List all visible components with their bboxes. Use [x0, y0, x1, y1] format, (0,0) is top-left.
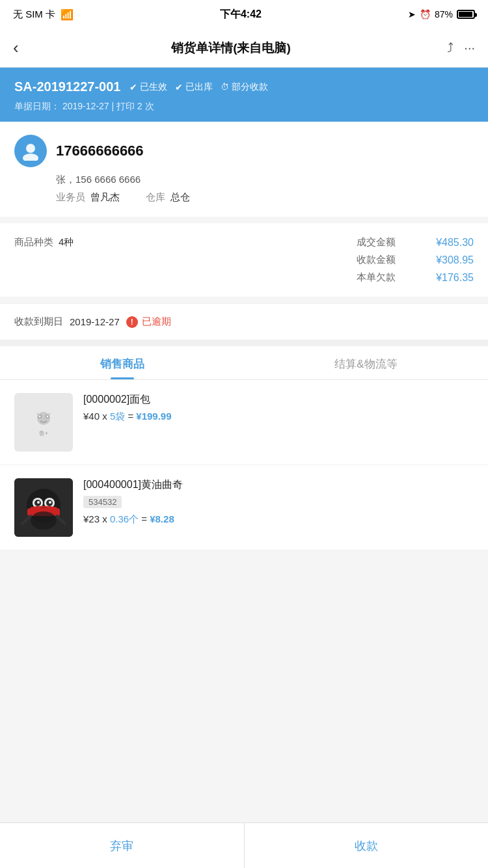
tab-sales-products[interactable]: 销售商品: [0, 346, 244, 379]
price-qty-1: 5袋: [110, 411, 125, 422]
badge-partial-text: 部分收款: [232, 81, 268, 93]
avatar: [14, 135, 47, 167]
check-icon-2: ✔: [175, 82, 183, 92]
svg-point-15: [49, 501, 51, 504]
owed-label: 本单欠款: [357, 271, 396, 284]
order-header: SA-20191227-001 ✔ 已生效 ✔ 已出库 ⏱ 部分收款 单据日期：…: [0, 68, 488, 122]
receive-payment-button[interactable]: 收款: [245, 823, 489, 868]
customer-details: 业务员 曾凡杰 仓库 总仓: [14, 191, 474, 204]
product-thumbnail-2: [14, 478, 73, 537]
deal-amount-row: 成交金额 ¥485.30: [357, 236, 474, 249]
svg-text:鲁+: 鲁+: [39, 430, 48, 437]
price-eq-2: =: [141, 513, 150, 524]
sales-detail: 业务员 曾凡杰: [56, 191, 120, 204]
types-value: 4种: [59, 236, 74, 249]
product-types-row: 商品种类 4种: [14, 236, 74, 249]
meta-separator: |: [111, 101, 116, 111]
tab-sales-label: 销售商品: [100, 358, 144, 370]
nav-actions: ⤴ ···: [423, 40, 475, 55]
bottom-bar: 弃审 收款: [0, 822, 488, 868]
clock-icon: ⏱: [221, 82, 229, 92]
overdue-date: 2019-12-27: [70, 316, 120, 327]
customer-section: 17666666666 张，156 6666 6666 业务员 曾凡杰 仓库 总…: [0, 122, 488, 217]
products-list: 鲁+ [0000002]面包 ¥40 x 5袋 = ¥199.99: [0, 380, 488, 550]
price-total-2: ¥8.28: [150, 513, 174, 524]
battery-text: 87%: [435, 9, 453, 20]
price-total-1: ¥199.99: [136, 411, 171, 422]
product-item: 鲁+ [0000002]面包 ¥40 x 5袋 = ¥199.99: [0, 380, 488, 465]
status-right: ➤ ⏰ 87%: [408, 9, 475, 20]
tab-settlement-label: 结算&物流等: [334, 358, 397, 370]
badge-shipped-text: 已出库: [185, 81, 213, 93]
types-label: 商品种类: [14, 236, 53, 249]
order-id: SA-20191227-001: [14, 79, 120, 94]
warehouse-label: 仓库: [146, 191, 165, 204]
svg-point-1: [23, 154, 38, 161]
summary-section: 商品种类 4种 成交金额 ¥485.30 收款金额 ¥308.95 本单欠款 ¥…: [0, 223, 488, 297]
badge-activated-text: 已生效: [140, 81, 167, 93]
svg-point-0: [26, 144, 35, 153]
location-icon: ➤: [408, 9, 416, 20]
cancel-review-label: 弃审: [110, 838, 133, 854]
product-tag-2: 534532: [83, 496, 122, 508]
summary-right: 成交金额 ¥485.30 收款金额 ¥308.95 本单欠款 ¥176.35: [357, 236, 474, 284]
product-thumbnail-1: 鲁+: [14, 393, 73, 452]
customer-top: 17666666666: [14, 135, 474, 167]
bottom-spacer: [0, 550, 488, 603]
customer-name: 张，156 6666 6666: [14, 174, 474, 186]
svg-point-17: [31, 511, 57, 530]
received-amount-row: 收款金额 ¥308.95: [357, 254, 474, 266]
product-item-2: [000400001]黄油曲奇 534532 ¥23 x 0.36个 = ¥8.…: [0, 465, 488, 550]
received-value: ¥308.95: [415, 254, 474, 266]
meta-date-label: 单据日期：: [14, 101, 60, 111]
product-info-2: [000400001]黄油曲奇 534532 ¥23 x 0.36个 = ¥8.…: [83, 478, 474, 526]
order-badges: ✔ 已生效 ✔ 已出库 ⏱ 部分收款: [129, 81, 268, 93]
svg-point-2: [37, 412, 50, 425]
warehouse-detail: 仓库 总仓: [146, 191, 190, 204]
badge-shipped: ✔ 已出库: [175, 81, 213, 93]
product-name-1: [0000002]面包: [83, 393, 474, 407]
cancel-review-button[interactable]: 弃审: [0, 823, 245, 868]
more-icon[interactable]: ···: [464, 40, 475, 55]
check-icon-1: ✔: [129, 82, 137, 92]
page-title: 销货单详情(来自电脑): [39, 40, 423, 57]
tab-settlement[interactable]: 结算&物流等: [244, 346, 488, 379]
product-price-1: ¥40 x 5袋 = ¥199.99: [83, 411, 474, 423]
wifi-icon: 📶: [61, 8, 74, 21]
deal-amount-label: 成交金额: [357, 236, 396, 249]
receive-payment-label: 收款: [355, 838, 378, 854]
customer-phone: 17666666666: [56, 142, 144, 159]
price-base-2: ¥23: [83, 513, 100, 524]
price-eq-1: =: [128, 411, 136, 422]
overdue-text: 已逾期: [142, 316, 171, 328]
overdue-badge: ! 已逾期: [126, 316, 171, 328]
price-qty-2: 0.36个: [110, 513, 139, 524]
owed-value: ¥176.35: [415, 272, 474, 284]
nav-bar: ‹ 销货单详情(来自电脑) ⤴ ···: [0, 29, 488, 68]
meta-date-value: 2019-12-27: [62, 101, 109, 111]
overdue-label: 收款到期日: [14, 316, 63, 328]
meta-print-info: 打印 2 次: [116, 101, 154, 111]
share-icon[interactable]: ⤴: [447, 40, 454, 55]
warehouse-value: 总仓: [170, 191, 190, 204]
status-bar: 无 SIM 卡 📶 下午4:42 ➤ ⏰ 87%: [0, 0, 488, 29]
received-label: 收款金额: [357, 254, 396, 266]
sales-value: 曾凡杰: [90, 191, 120, 204]
section-divider: [0, 340, 488, 346]
tabs-bar: 销售商品 结算&物流等: [0, 346, 488, 380]
summary-left: 商品种类 4种: [14, 236, 74, 249]
price-x-2: x: [102, 513, 110, 524]
overdue-section: 收款到期日 2019-12-27 ! 已逾期: [0, 303, 488, 340]
status-time: 下午4:42: [220, 8, 262, 21]
product-price-2: ¥23 x 0.36个 = ¥8.28: [83, 513, 474, 526]
svg-point-14: [37, 501, 40, 504]
badge-activated: ✔ 已生效: [129, 81, 167, 93]
status-left: 无 SIM 卡 📶: [13, 8, 74, 21]
no-sim-text: 无 SIM 卡: [13, 8, 55, 21]
battery-icon: [457, 10, 475, 19]
badge-partial: ⏱ 部分收款: [221, 81, 268, 93]
price-base-1: ¥40: [83, 411, 100, 422]
price-x-1: x: [102, 411, 110, 422]
back-button[interactable]: ‹: [13, 38, 39, 58]
sales-label: 业务员: [56, 191, 85, 204]
